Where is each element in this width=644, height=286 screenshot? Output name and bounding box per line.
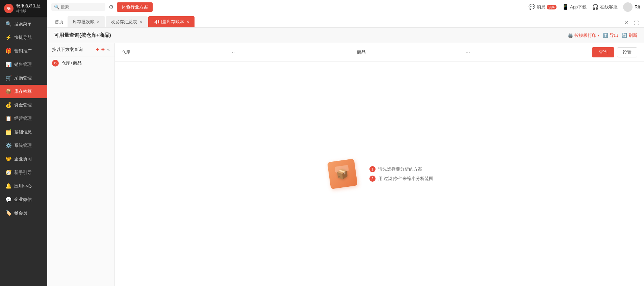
tabs-bar: 首页 库存批次账 ✕ 收发存汇总表 ✕ 可用量库存账本 ✕ ✕ ⛶	[47, 14, 644, 28]
tab-batch[interactable]: 库存批次账 ✕	[68, 16, 105, 27]
bell-icon: 🔔	[5, 183, 11, 189]
collapse-panel-btn[interactable]: «	[107, 47, 110, 53]
message-badge: 99+	[547, 5, 557, 9]
sidebar-item-finance[interactable]: 💰 资金管理	[0, 98, 47, 112]
compass-icon: 🧭	[5, 170, 11, 176]
sidebar-item-appstore[interactable]: 🔔 应用中心	[0, 179, 47, 193]
query-button[interactable]: 查询	[592, 47, 614, 57]
step-num-1: 1	[369, 166, 376, 172]
tab-available[interactable]: 可用量库存账本 ✕	[148, 16, 195, 27]
sidebar-item-marketing[interactable]: 🎁 营销推广	[0, 44, 47, 58]
goods-input[interactable]	[368, 49, 463, 56]
empty-step-2: 2 用[过滤]条件来缩小分析范围	[369, 176, 433, 182]
sidebar-item-system[interactable]: ⚙️ 系统管理	[0, 139, 47, 152]
tab-expand-btn[interactable]: ⛶	[633, 19, 640, 27]
search-icon: 🔍	[54, 4, 59, 9]
main-content: 🔍 ⚙ 体验行业方案 💬 消息 99+ 📱 App下载 🎧 在线客服 Rit	[47, 0, 644, 286]
search-icon: 🔍	[5, 21, 11, 27]
tab-collection-close[interactable]: ✕	[139, 20, 143, 24]
sidebar-item-purchase[interactable]: 🛒 采购管理	[0, 71, 47, 85]
empty-text: 1 请先选择要分析的方案 2 用[过滤]条件来缩小分析范围	[369, 166, 433, 182]
sidebar-badge: 标准版	[16, 9, 41, 14]
mobile-icon: 📱	[562, 4, 569, 10]
sidebar-item-basic[interactable]: 🗂️ 基础信息	[0, 125, 47, 139]
tab-batch-close[interactable]: ✕	[97, 20, 100, 24]
empty-state: 📦 1 请先选择要分析的方案 2 用[过滤]条件来缩小分析范围	[115, 62, 644, 286]
refresh-btn[interactable]: 🔄 刷新	[622, 32, 637, 38]
topbar: 🔍 ⚙ 体验行业方案 💬 消息 99+ 📱 App下载 🎧 在线客服 Rit	[47, 0, 644, 14]
sidebar: 畅 畅康通好生意 标准版 🔍 搜索菜单 ⚡ 快捷导航 🎁 营销推广 📊 销售管理…	[0, 0, 47, 286]
filter-header: 按以下方案查询 + ⊕ «	[47, 43, 114, 56]
goods-label: 商品	[357, 49, 366, 55]
topbar-right: 💬 消息 99+ 📱 App下载 🎧 在线客服 Rit	[529, 2, 640, 12]
step-text-1: 请先选择要分析的方案	[378, 166, 422, 172]
sidebar-item-inventory[interactable]: 📦 库存核算	[0, 85, 47, 98]
sidebar-item-sales[interactable]: 📊 销售管理	[0, 58, 47, 71]
refresh-icon: 🔄	[622, 33, 627, 38]
topbar-search-box: 🔍	[51, 3, 105, 11]
clipboard-icon: 📋	[5, 115, 11, 122]
service-btn[interactable]: 🎧 在线客服	[592, 4, 618, 10]
add-scheme-btn[interactable]: +	[96, 47, 99, 53]
step-text-2: 用[过滤]条件来缩小分析范围	[378, 176, 433, 182]
right-panel: 仓库 ··· 商品 ··· 查询 设置 📦	[115, 43, 644, 286]
empty-step-1: 1 请先选择要分析的方案	[369, 166, 433, 172]
handshake-icon: 🤝	[5, 156, 11, 162]
goods-more-btn[interactable]: ···	[466, 49, 470, 55]
message-btn[interactable]: 💬 消息 99+	[529, 4, 557, 10]
sidebar-item-quicknav[interactable]: ⚡ 快捷导航	[0, 31, 47, 44]
warehouse-more-btn[interactable]: ···	[230, 49, 235, 55]
user-name: Rit	[635, 4, 640, 9]
user-avatar	[623, 2, 633, 12]
sidebar-header: 畅 畅康通好生意 标准版	[0, 0, 47, 17]
page-title: 可用量查询(按仓库+商品)	[54, 32, 568, 38]
money-icon: 💰	[5, 102, 11, 108]
filter-actions: 查询 设置	[592, 47, 637, 57]
filter-header-actions: + ⊕ «	[96, 47, 110, 53]
scheme-settings-btn[interactable]: ⊕	[101, 47, 105, 53]
tabs-right-actions: ✕ ⛶	[623, 18, 640, 27]
page-actions: 🖨️ 按模板打印 ▾ ⬆️ 导出 🔄 刷新	[568, 32, 637, 38]
sidebar-item-enterprise[interactable]: 🤝 企业协同	[0, 152, 47, 166]
chevron-down-icon: ▾	[598, 33, 599, 37]
tab-collection[interactable]: 收发存汇总表 ✕	[106, 16, 148, 27]
settings-icon[interactable]: ⚙	[109, 4, 113, 10]
scheme-item[interactable]: ⟳ 仓库+商品	[47, 56, 114, 70]
user-info[interactable]: Rit	[623, 2, 640, 12]
export-btn[interactable]: ⬆️ 导出	[603, 32, 618, 38]
chat-icon: 💬	[5, 197, 11, 203]
sidebar-item-member[interactable]: 🏷️ 畅会员	[0, 206, 47, 220]
warehouse-label: 仓库	[122, 49, 130, 55]
sidebar-title: 畅康通好生意	[16, 3, 41, 9]
sidebar-item-search[interactable]: 🔍 搜索菜单	[0, 17, 47, 31]
scheme-icon: ⟳	[52, 60, 59, 67]
search-input[interactable]	[61, 5, 95, 9]
printer-icon: 🖨️	[568, 33, 573, 38]
cart-icon: 🛒	[5, 75, 11, 81]
warehouse-input[interactable]	[133, 49, 228, 56]
page-header: 可用量查询(按仓库+商品) 🖨️ 按模板打印 ▾ ⬆️ 导出 🔄 刷新	[47, 28, 644, 43]
left-panel: 按以下方案查询 + ⊕ « ⟳ 仓库+商品	[47, 43, 115, 286]
print-btn[interactable]: 🖨️ 按模板打印 ▾	[568, 32, 599, 38]
gear-icon: ⚙️	[5, 142, 11, 149]
settings-button[interactable]: 设置	[617, 47, 637, 57]
sidebar-item-newbie[interactable]: 🧭 新手引导	[0, 166, 47, 179]
scheme-label: 仓库+商品	[61, 60, 82, 66]
tag-icon: 🏷️	[5, 210, 11, 216]
tab-home[interactable]: 首页	[51, 17, 67, 27]
sidebar-logo: 畅	[4, 4, 14, 13]
empty-box: 📦	[327, 159, 358, 189]
tab-close-all-btn[interactable]: ✕	[623, 18, 630, 27]
goods-field: 商品 ···	[357, 49, 586, 56]
app-download-btn[interactable]: 📱 App下载	[562, 4, 587, 10]
sidebar-item-operations[interactable]: 📋 经营管理	[0, 112, 47, 125]
content-area: 按以下方案查询 + ⊕ « ⟳ 仓库+商品 仓库	[47, 43, 644, 286]
industry-btn[interactable]: 体验行业方案	[117, 2, 153, 12]
export-icon: ⬆️	[603, 33, 608, 38]
folder-icon: 🗂️	[5, 129, 11, 135]
tab-available-close[interactable]: ✕	[186, 20, 189, 24]
sidebar-item-wechat[interactable]: 💬 企业微信	[0, 193, 47, 206]
filter-row: 仓库 ··· 商品 ··· 查询 设置	[115, 43, 644, 62]
message-icon: 💬	[529, 4, 535, 10]
chart-icon: 📊	[5, 61, 11, 68]
